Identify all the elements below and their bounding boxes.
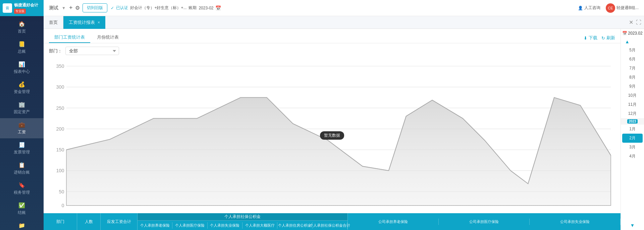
year-2023-header: 2023 [621,118,644,125]
month-6[interactable]: 6月 [621,55,644,64]
salary-icon: 💼 [18,122,25,128]
svg-text:350: 350 [56,63,64,69]
month-5[interactable]: 5月 [621,46,644,55]
logo-icon: 云 [3,3,12,13]
sidebar-label-sales: 进销台账 [14,170,30,175]
tab-expand-icon[interactable]: ⛶ [636,19,641,26]
month-12[interactable]: 12月 [621,109,644,118]
company-dropdown-arrow[interactable]: ▼ [62,6,66,10]
topbar-right: 👤 人工咨询 CE 轻捷通B组... [578,3,639,13]
toolbar-left: 部门： 全部 [49,47,119,55]
svg-text:50: 50 [59,189,64,194]
dept-select[interactable]: 全部 [65,47,119,55]
sidebar-item-ledger[interactable]: 📒 总账 [0,38,44,58]
col-personal-total: 个人承担社保公积金合计 [313,222,347,229]
home-icon: 🏠 [18,21,25,27]
tags-label: 好会计（专）+好生意（标）+... [130,5,186,11]
sidebar-item-tax[interactable]: 🔖 税务管理 [0,179,44,199]
tab-salary-report[interactable]: 工资统计报表 × [63,16,105,29]
month-4[interactable]: 4月 [621,152,644,161]
sub-tab-dept[interactable]: 部门工资统计表 [49,32,90,43]
ai-consult-btn[interactable]: 👤 人工咨询 [578,5,600,11]
sub-tab-monthly[interactable]: 月份统计表 [92,32,124,43]
month-3[interactable]: 3月 [621,143,644,152]
invoice-icon: 🧾 [18,142,25,148]
sidebar-item-invoice[interactable]: 🧾 发票管理 [0,138,44,158]
sales-icon: 📋 [18,162,25,168]
nav-up-arrow[interactable]: ▲ [624,38,630,45]
sidebar-item-sales[interactable]: 📋 进销台账 [0,158,44,179]
sidebar-item-archive[interactable]: 📁 归档管理 [0,219,44,230]
panel-main: 部门工资统计表 月份统计表 ⬇ 下载 ↻ 刷新 部门： [44,29,621,230]
col-company-medical: 公司承担医疗保险 [439,219,530,225]
year-label: 2023.02 [628,31,642,36]
sidebar-item-salary[interactable]: 💼 工资 [0,118,44,138]
nav-down-arrow[interactable]: ▼ [630,222,636,229]
sub-tab-actions: ⬇ 下载 ↻ 刷新 [584,35,615,43]
chart-area: 350 300 250 200 150 100 50 0 [44,58,621,213]
year-badge: 2023 [627,119,637,124]
col-company-pension: 公司承担养老保险 [348,219,439,225]
nav-row: ▲ [621,38,644,46]
period-label: 账期 [189,5,197,11]
reports-icon: 📊 [18,61,25,67]
col-personal-group-header: 个人承担社保公积金 [138,213,347,221]
sidebar: 云 畅捷通好会计 专业版 🏠 首页 📒 总账 📊 报表中心 💰 资金管理 🏢 固… [0,0,44,230]
refresh-icon: ↻ [601,36,605,41]
sidebar-item-home[interactable]: 🏠 首页 [0,17,44,38]
logo-text: 畅捷通好会计 专业版 [14,2,38,14]
tab-home[interactable]: 首页 [44,16,63,29]
sidebar-item-assets[interactable]: 🏢 固定资产 [0,98,44,118]
month-list: 5月 6月 7月 8月 9月 10月 11月 12月 2023 1月 2月 3月… [621,46,644,221]
settings-icon[interactable]: ⚙ [75,5,80,11]
tab-right-actions: ✕ ⛶ [629,19,644,26]
switch-old-btn[interactable]: 切到旧版 [83,3,107,12]
tab-close-icon[interactable]: × [98,20,100,25]
col-personal-major-medical: 个人承担大额医疗 [243,222,277,229]
company-name: 测试 [49,5,58,11]
chart-area-polygon [66,97,611,205]
month-10[interactable]: 10月 [621,91,644,100]
certified-label: 已认证 [116,5,128,11]
sidebar-label-invoice: 发票管理 [14,149,30,155]
col-personal-sub: 个人承担养老保险 个人承担医疗保险 个人承担失业保险 个人承担大额医疗 个人承担… [138,221,347,230]
sidebar-label-assets: 固定资产 [14,109,30,115]
panel-right: 📅 2023.02 ▲ 5月 6月 7月 8月 9月 10月 11月 12月 2… [621,29,644,230]
svg-text:300: 300 [56,84,64,90]
month-11[interactable]: 11月 [621,100,644,109]
col-company-unemployment: 公司承担失业保险 [530,219,621,225]
download-btn[interactable]: ⬇ 下载 [584,35,597,41]
content-area: 部门工资统计表 月份统计表 ⬇ 下载 ↻ 刷新 部门： [44,29,644,230]
sidebar-item-reports[interactable]: 📊 报表中心 [0,58,44,78]
user-name: 轻捷通B组... [616,5,639,11]
certified-icon: ✓ [111,6,114,10]
ledger-icon: 📒 [18,41,25,47]
add-button[interactable]: + [69,4,73,11]
topbar-actions: + ⚙ 切到旧版 [69,3,108,12]
user-btn[interactable]: CE 轻捷通B组... [606,3,639,13]
table-footer: 部门 人数 应发工资合计 个人承担社保公积金 个人承担养老保险 个人承担医疗保险… [44,213,621,230]
sidebar-label-settle: 结账 [18,210,26,216]
tab-close-window-icon[interactable]: ✕ [629,19,633,26]
col-personal-unemployment: 个人承担失业保险 [208,222,243,229]
col-gross-pay: 应发工资合计 [101,213,138,230]
svg-text:0: 0 [62,203,64,208]
month-9[interactable]: 9月 [621,82,644,91]
funds-icon: 💰 [18,81,25,88]
month-2-active[interactable]: 2月 [622,134,643,143]
sidebar-item-funds[interactable]: 💰 资金管理 [0,78,44,98]
month-8[interactable]: 8月 [621,73,644,82]
main-content: 测试 ▼ + ⚙ 切到旧版 ✓ 已认证 好会计（专）+好生意（标）+... 账期… [44,0,644,230]
dept-label: 部门： [49,48,62,54]
month-7[interactable]: 7月 [621,64,644,73]
sidebar-item-settle[interactable]: ✅ 结账 [0,199,44,219]
col-personal-group: 个人承担社保公积金 个人承担养老保险 个人承担医疗保险 个人承担失业保险 个人承… [138,213,348,230]
logo-badge: 专业版 [14,9,26,14]
month-1[interactable]: 1月 [621,125,644,134]
assets-icon: 🏢 [18,101,25,108]
topbar: 测试 ▼ + ⚙ 切到旧版 ✓ 已认证 好会计（专）+好生意（标）+... 账期… [44,0,644,16]
calendar-icon[interactable]: 📅 [215,5,221,11]
year-display[interactable]: 📅 2023.02 [621,29,644,38]
refresh-btn[interactable]: ↻ 刷新 [601,35,615,41]
topbar-status: ✓ 已认证 好会计（专）+好生意（标）+... 账期 2023-02 📅 [111,5,221,11]
